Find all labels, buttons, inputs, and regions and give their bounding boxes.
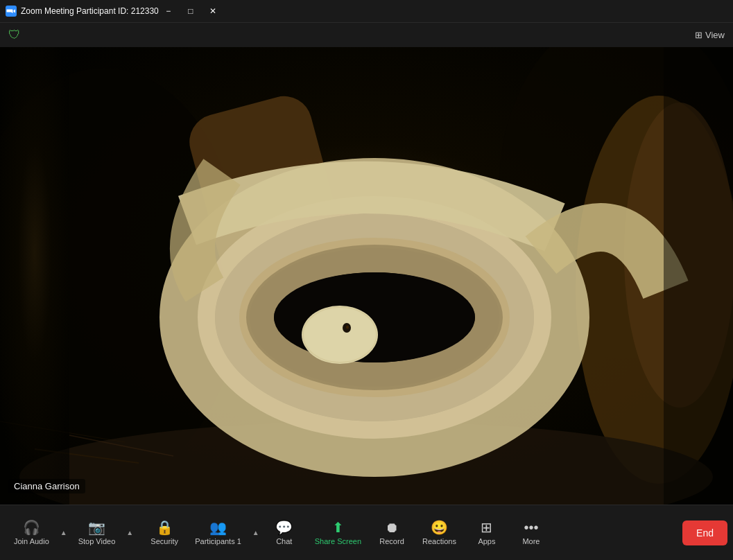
- stop-video-label: Stop Video: [78, 537, 116, 545]
- reactions-label: Reactions: [422, 537, 456, 545]
- svg-point-16: [274, 272, 475, 362]
- zoom-logo-icon: [6, 6, 17, 17]
- reactions-icon: 😀: [431, 520, 448, 534]
- more-label: More: [522, 537, 540, 545]
- end-button[interactable]: End: [682, 520, 727, 545]
- window-controls: − □ ✕: [159, 4, 223, 18]
- svg-rect-22: [664, 47, 733, 505]
- share-screen-button[interactable]: ⬆ Share Screen: [307, 516, 370, 550]
- apps-icon: ⊞: [481, 520, 492, 534]
- record-label: Record: [379, 537, 404, 545]
- participants-chevron-button[interactable]: ▲: [250, 516, 262, 550]
- view-button[interactable]: ⊞ View: [695, 30, 725, 40]
- svg-point-19: [346, 326, 349, 329]
- view-icon: ⊞: [695, 30, 702, 40]
- chevron-up-icon: ▲: [60, 529, 67, 536]
- svg-rect-21: [0, 47, 69, 505]
- maximize-button[interactable]: □: [181, 4, 200, 18]
- share-screen-label: Share Screen: [315, 537, 361, 545]
- participant-name-label: Cianna Garrison: [8, 479, 85, 493]
- app-logo: Zoom Meeting Participant ID: 212330: [6, 6, 159, 17]
- video-background: [0, 47, 733, 505]
- video-content: [0, 47, 733, 505]
- join-audio-label: Join Audio: [14, 537, 49, 545]
- participants-icon: 👥: [209, 520, 227, 534]
- share-screen-icon: ⬆: [332, 520, 344, 534]
- join-audio-button[interactable]: 🎧 Join Audio: [6, 516, 58, 550]
- participants-label: Participants 1: [195, 537, 241, 545]
- stop-video-button[interactable]: 📷 Stop Video: [70, 516, 124, 550]
- chat-button[interactable]: 💬 Chat: [262, 516, 307, 550]
- video-icon: 📷: [88, 520, 105, 534]
- chevron-up-icon-participants: ▲: [252, 529, 259, 536]
- participants-button[interactable]: 👥 Participants 1: [187, 516, 250, 550]
- security-status: 🛡: [8, 28, 21, 42]
- video-group: 📷 Stop Video ▲: [70, 516, 137, 550]
- audio-icon: 🎧: [23, 520, 40, 534]
- audio-group: 🎧 Join Audio ▲: [6, 516, 70, 550]
- video-area: Cianna Garrison: [0, 47, 733, 505]
- security-button[interactable]: 🔒 Security: [142, 516, 187, 550]
- top-bar: 🛡 ⊞ View: [0, 22, 733, 47]
- chevron-up-icon-video: ▲: [126, 529, 133, 536]
- chat-icon: 💬: [275, 520, 293, 534]
- title-bar: Zoom Meeting Participant ID: 212330 − □ …: [0, 0, 733, 22]
- close-button[interactable]: ✕: [203, 4, 223, 18]
- record-icon: ⏺: [385, 520, 399, 534]
- view-label: View: [705, 30, 725, 40]
- security-label: Security: [150, 537, 178, 545]
- more-icon: •••: [524, 520, 538, 534]
- reactions-button[interactable]: 😀 Reactions: [414, 516, 465, 550]
- apps-button[interactable]: ⊞ Apps: [465, 516, 509, 550]
- participant-name-text: Cianna Garrison: [14, 481, 80, 491]
- audio-chevron-button[interactable]: ▲: [58, 516, 70, 550]
- toolbar: 🎧 Join Audio ▲ 📷 Stop Video ▲ 🔒 Security…: [0, 505, 733, 560]
- minimize-button[interactable]: −: [159, 4, 178, 18]
- record-button[interactable]: ⏺ Record: [370, 516, 414, 550]
- apps-label: Apps: [478, 537, 495, 545]
- security-icon: 🔒: [156, 520, 173, 534]
- video-chevron-button[interactable]: ▲: [123, 516, 136, 550]
- participants-group: 👥 Participants 1 ▲: [187, 516, 262, 550]
- chat-label: Chat: [276, 537, 292, 545]
- more-button[interactable]: ••• More: [509, 516, 553, 550]
- window-title: Zoom Meeting Participant ID: 212330: [21, 6, 159, 16]
- svg-point-17: [302, 306, 378, 364]
- shield-icon: 🛡: [8, 28, 21, 42]
